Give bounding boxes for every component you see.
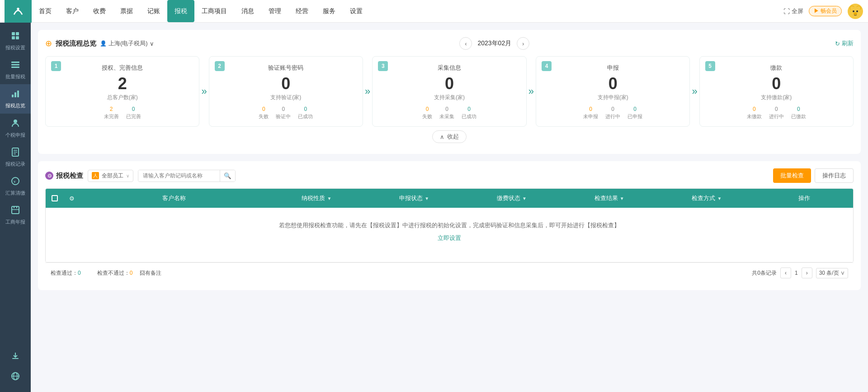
fail-label: 检查不通过： — [97, 269, 130, 277]
svg-rect-9 — [12, 32, 15, 35]
step-2-neutral-value[interactable]: 0 — [282, 106, 285, 112]
svg-point-19 — [14, 120, 17, 123]
step-2-success-label: 已成功 — [298, 113, 313, 120]
step-3-neutral-value[interactable]: 0 — [445, 106, 448, 112]
step-2-fail-value[interactable]: 0 — [262, 106, 265, 112]
step-1-fail-value[interactable]: 2 — [110, 106, 113, 112]
table-empty: 若您想使用报税检查功能，请先在【报税设置】中进行报税的初始化设置，完成密码验证和… — [46, 208, 853, 256]
next-page-btn[interactable]: › — [802, 268, 812, 278]
avatar[interactable] — [847, 3, 863, 19]
logo — [5, 0, 32, 23]
svg-rect-13 — [11, 62, 19, 63]
vip-button[interactable]: ▶ 畅会员 — [809, 6, 842, 16]
search-button[interactable]: 🔍 — [220, 170, 235, 182]
step-2-stat-0: 0 失败 — [259, 106, 269, 120]
step-4-neutral-value[interactable]: 0 — [611, 106, 614, 112]
nav-item-message[interactable]: 消息 — [234, 0, 261, 22]
th-operation-label: 操作 — [798, 194, 810, 202]
sidebar-item-label-batch-tax: 批量报税 — [5, 74, 25, 80]
tax-office-selector[interactable]: 👤 上海(电子税局) ∨ — [100, 39, 154, 48]
person-icon: 👤 — [100, 40, 107, 47]
collapse-button[interactable]: ∧ 收起 — [432, 130, 467, 143]
th-declare-filter[interactable]: ▼ — [425, 196, 429, 201]
search-input[interactable] — [138, 170, 220, 181]
fullscreen-btn[interactable]: ⛶ 全屏 — [783, 7, 803, 15]
th-customer-name: 客户名称 — [80, 189, 268, 208]
sidebar-item-annual-report[interactable]: 工商年报 — [0, 201, 31, 229]
nav-item-tax[interactable]: 报税 — [167, 0, 194, 22]
step-5-neutral-value[interactable]: 0 — [775, 106, 778, 112]
nav-item-management[interactable]: 管理 — [261, 0, 288, 22]
th-checkbox[interactable] — [46, 190, 64, 207]
step-2-neutral-label: 验证中 — [276, 113, 291, 120]
sidebar-item-annual-settlement[interactable]: ¥ 汇算清缴 — [0, 172, 31, 201]
gear-icon: ⚙ — [69, 195, 75, 202]
batch-check-button[interactable]: 批量检查 — [773, 168, 811, 183]
per-page-select[interactable]: 30 条/页 ∨ — [816, 268, 848, 278]
sidebar-item-tax-settings[interactable]: 报税设置 — [0, 26, 31, 55]
svg-rect-30 — [12, 358, 19, 359]
step-4-success-value[interactable]: 0 — [633, 106, 637, 112]
th-check-result-label: 检查结果 — [594, 194, 618, 202]
step-1-success-value[interactable]: 0 — [132, 106, 135, 112]
svg-rect-26 — [12, 206, 19, 214]
step-4-fail-value[interactable]: 0 — [589, 106, 592, 112]
header-checkbox[interactable] — [52, 195, 58, 201]
step-3-card: 3 采集信息 0 支持采集(家) 0 失败 0 未采集 — [372, 56, 526, 127]
sidebar-item-globe[interactable] — [9, 367, 22, 387]
nav-item-customer[interactable]: 客户 — [59, 0, 86, 22]
svg-rect-16 — [12, 95, 14, 97]
table-header: ⚙ 客户名称 纳税性质 ▼ 申报状态 ▼ 缴费状态 ▼ — [46, 189, 853, 208]
pass-value[interactable]: 0 — [78, 270, 81, 276]
refresh-btn[interactable]: ↻ 刷新 — [835, 39, 854, 48]
step-1-fail-label: 未完善 — [104, 113, 119, 120]
step-3-stat-0: 0 失败 — [422, 106, 432, 120]
step-3-num: 3 — [378, 61, 388, 71]
step-1-success-label: 已完善 — [126, 113, 141, 120]
th-pay-status-label: 缴费状态 — [497, 194, 520, 202]
svg-rect-17 — [14, 92, 16, 97]
step-3-success-value[interactable]: 0 — [467, 106, 471, 112]
th-check-result-filter[interactable]: ▼ — [620, 196, 624, 201]
step-2-stat-1: 0 验证中 — [276, 106, 291, 120]
step-5-success-value[interactable]: 0 — [797, 106, 800, 112]
sidebar-item-download[interactable] — [9, 347, 22, 367]
nav-item-operations[interactable]: 经营 — [288, 0, 316, 22]
prev-month-btn[interactable]: ‹ — [459, 37, 472, 50]
sidebar-item-personal-tax[interactable]: 个税申报 — [0, 114, 31, 143]
nav-item-home[interactable]: 首页 — [32, 0, 59, 22]
sidebar-item-tax-records[interactable]: 报税记录 — [0, 143, 31, 172]
next-month-btn[interactable]: › — [517, 37, 529, 50]
svg-rect-12 — [16, 36, 19, 39]
nav-item-invoice[interactable]: 票据 — [113, 0, 140, 22]
th-pay-filter[interactable]: ▼ — [522, 196, 527, 201]
th-tax-nature-filter[interactable]: ▼ — [327, 196, 331, 201]
th-check-method-filter[interactable]: ▼ — [717, 196, 722, 201]
nav-item-fee[interactable]: 收费 — [86, 0, 113, 22]
svg-point-1 — [17, 7, 19, 10]
svg-rect-14 — [11, 64, 19, 66]
svg-rect-18 — [17, 91, 19, 97]
step-5-fail-value[interactable]: 0 — [753, 106, 756, 112]
nav-item-bookkeeping[interactable]: 记账 — [140, 0, 167, 22]
empty-text: 若您想使用报税检查功能，请先在【报税设置】中进行报税的初始化设置，完成密码验证和… — [279, 221, 620, 229]
step-2-success-value[interactable]: 0 — [304, 106, 307, 112]
step-4-name: 申报 — [543, 64, 682, 72]
setup-link[interactable]: 立即设置 — [438, 234, 461, 242]
nav-item-settings[interactable]: 设置 — [343, 0, 370, 22]
step-5-num: 5 — [705, 61, 715, 71]
collapse-bar: ∧ 收起 — [45, 127, 854, 147]
sidebar-item-batch-tax[interactable]: 批量报税 — [0, 55, 31, 84]
nav-item-business[interactable]: 工商项目 — [194, 0, 234, 22]
th-gear[interactable]: ⚙ — [64, 190, 80, 207]
sidebar-item-tax-overview[interactable]: 报税总览 — [0, 84, 31, 113]
staff-selector[interactable]: 人 全部员工 ∨ — [88, 170, 133, 182]
play-icon: ▶ — [814, 8, 819, 14]
operation-log-button[interactable]: 操作日志 — [815, 168, 854, 183]
step-arrow-3: » — [527, 56, 536, 127]
step-4-card: 4 申报 0 支持申报(家) 0 未申报 0 进行中 — [536, 56, 690, 127]
prev-page-btn[interactable]: ‹ — [780, 268, 791, 278]
step-3-fail-value[interactable]: 0 — [426, 106, 429, 112]
nav-item-service[interactable]: 服务 — [316, 0, 343, 22]
fail-value[interactable]: 0 — [130, 270, 133, 276]
